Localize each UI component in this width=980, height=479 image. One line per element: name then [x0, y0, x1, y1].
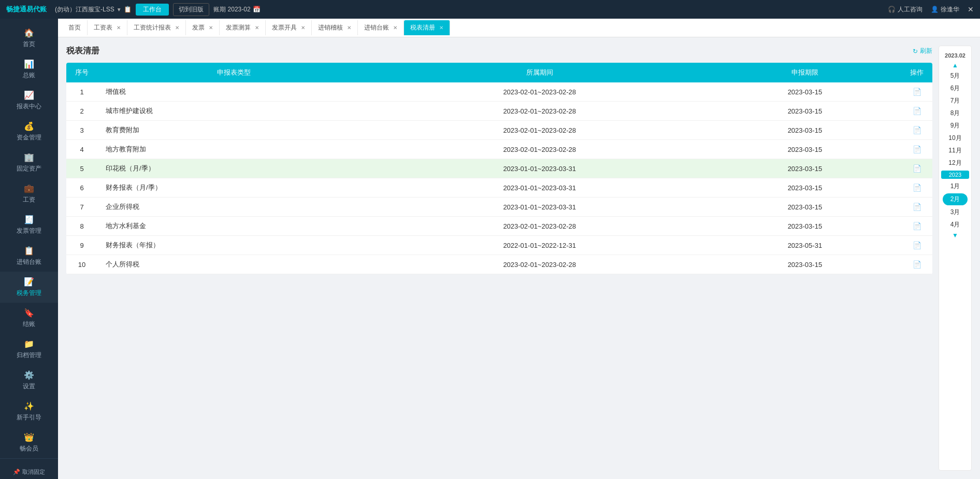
tab-close-payroll-report[interactable]: ✕ [175, 25, 179, 31]
cell-action[interactable]: 📄 [901, 198, 932, 217]
action-icon-row-6[interactable]: 📄 [913, 184, 921, 192]
workbench-button[interactable]: 工作台 [136, 4, 169, 16]
sidebar-label-report: 报表中心 [17, 102, 41, 111]
refresh-button[interactable]: ↻ 刷新 [913, 47, 932, 55]
copy-icon[interactable]: 📋 [124, 6, 132, 13]
sidebar-item-settlement[interactable]: 🔖 结账 [0, 303, 58, 334]
tab-label-invoice: 发票 [192, 23, 205, 32]
action-icon-row-7[interactable]: 📄 [913, 203, 921, 211]
tab-close-payroll[interactable]: ✕ [117, 25, 121, 31]
action-icon-row-5[interactable]: 📄 [913, 164, 921, 173]
settlement-icon: 🔖 [24, 308, 34, 318]
action-icon-row-10[interactable]: 📄 [913, 260, 921, 269]
username: 徐逢华 [941, 5, 959, 14]
month-item-3月[interactable]: 3月 [941, 206, 969, 218]
sidebar-label-fund: 资金管理 [17, 133, 41, 142]
company-selector[interactable]: (勿动）江西服宝-LSS ▼ 📋 [55, 5, 132, 14]
headset-icon: 🎧 [888, 6, 896, 13]
sidebar-item-invoice[interactable]: 🧾 发票管理 [0, 209, 58, 241]
cell-action[interactable]: 📄 [901, 236, 932, 255]
tab-invoice-open[interactable]: 发票开具✕ [266, 20, 312, 35]
month-item-10月[interactable]: 10月 [941, 132, 969, 144]
action-icon-row-9[interactable]: 📄 [913, 241, 921, 249]
unpin-button[interactable]: 📌 取消固定 [0, 464, 58, 479]
switch-old-button[interactable]: 切到旧版 [173, 3, 209, 16]
user-menu[interactable]: 👤 徐逢华 [931, 5, 959, 14]
tab-close-invoice-cal[interactable]: ✕ [255, 25, 259, 31]
tab-tax-register[interactable]: 税表清册✕ [404, 20, 450, 35]
year-month-panel: 2023.02 ▲ 5月6月7月8月9月10月11月12月20231月2月3月4… [939, 46, 972, 471]
sidebar-item-fund[interactable]: 💰 资金管理 [0, 116, 58, 147]
tab-payroll[interactable]: 工资表✕ [88, 20, 127, 35]
cell-action[interactable]: 📄 [901, 102, 932, 121]
cell-action[interactable]: 📄 [901, 217, 932, 236]
tab-close-invoice[interactable]: ✕ [209, 25, 213, 31]
cell-action[interactable]: 📄 [901, 140, 932, 159]
tab-invoice[interactable]: 发票✕ [186, 20, 220, 35]
cell-action[interactable]: 📄 [901, 82, 932, 102]
next-arrow[interactable]: ▼ [952, 231, 958, 240]
cell-deadline: 2023-03-15 [709, 198, 901, 217]
page-header: 税表清册 ↻ 刷新 [66, 46, 932, 57]
month-item-11月[interactable]: 11月 [941, 145, 969, 157]
month-item-7月[interactable]: 7月 [941, 95, 969, 107]
sidebar-item-purchase[interactable]: 📋 进销台账 [0, 241, 58, 272]
sidebar-item-home[interactable]: 🏠 首页 [0, 23, 58, 54]
month-item-8月[interactable]: 8月 [941, 107, 969, 119]
cell-deadline: 2023-03-15 [709, 217, 901, 236]
sidebar-item-archive[interactable]: 📁 归档管理 [0, 334, 58, 365]
tab-close-purchase-check[interactable]: ✕ [347, 25, 351, 31]
month-item-1月[interactable]: 1月 [941, 180, 969, 192]
tab-label-home: 首页 [68, 23, 81, 32]
sidebar-item-fixed[interactable]: 🏢 固定资产 [0, 147, 58, 178]
tab-purchase-check[interactable]: 进销稽核✕ [312, 20, 358, 35]
tab-purchase-ledger[interactable]: 进销台账✕ [358, 20, 404, 35]
sidebar-label-tax: 税务管理 [17, 289, 41, 298]
cell-period: 2022-01-01~2022-12-31 [371, 236, 709, 255]
month-item-6月[interactable]: 6月 [941, 82, 969, 94]
action-icon-row-8[interactable]: 📄 [913, 222, 921, 230]
window-close-button[interactable]: ✕ [968, 5, 974, 13]
sidebar-item-ledger[interactable]: 📊 总账 [0, 54, 58, 85]
cell-no: 7 [66, 198, 97, 217]
cell-action[interactable]: 📄 [901, 159, 932, 178]
cell-no: 10 [66, 255, 97, 274]
action-icon-row-2[interactable]: 📄 [913, 107, 921, 115]
cell-no: 4 [66, 140, 97, 159]
company-name: (勿动）江西服宝-LSS [55, 5, 114, 14]
cell-period: 2023-02-01~2023-02-28 [371, 217, 709, 236]
sidebar-item-guide[interactable]: ✨ 新手引导 [0, 396, 58, 427]
sidebar-item-tax[interactable]: 📝 税务管理 [0, 272, 58, 303]
action-icon-row-4[interactable]: 📄 [913, 145, 921, 153]
month-item-5月[interactable]: 5月 [941, 70, 969, 82]
cell-action[interactable]: 📄 [901, 255, 932, 274]
tab-home[interactable]: 首页 [62, 20, 88, 35]
sidebar-item-report[interactable]: 📈 报表中心 [0, 85, 58, 116]
month-item-12月[interactable]: 12月 [941, 157, 969, 169]
month-item-4月[interactable]: 4月 [941, 219, 969, 231]
sidebar-item-member[interactable]: 👑 畅会员 [0, 427, 58, 458]
action-icon-row-3[interactable]: 📄 [913, 126, 921, 134]
year-tag-2023[interactable]: 2023 [941, 171, 969, 179]
tab-close-tax-register[interactable]: ✕ [439, 25, 443, 31]
month-active-2月[interactable]: 2月 [943, 193, 968, 205]
sidebar-item-wage[interactable]: 💼 工资 [0, 178, 58, 209]
month-item-9月[interactable]: 9月 [941, 120, 969, 132]
sidebar-item-settings[interactable]: ⚙️ 设置 [0, 365, 58, 396]
cell-no: 8 [66, 217, 97, 236]
dropdown-icon[interactable]: ▼ [117, 7, 122, 12]
prev-arrow[interactable]: ▲ [952, 61, 958, 70]
tab-payroll-report[interactable]: 工资统计报表✕ [127, 20, 186, 35]
settings-icon: ⚙️ [24, 370, 34, 380]
cell-type: 增值税 [97, 82, 371, 102]
tab-invoice-cal[interactable]: 发票测算✕ [220, 20, 266, 35]
cell-action[interactable]: 📄 [901, 121, 932, 140]
guide-icon: ✨ [24, 401, 34, 411]
calendar-icon[interactable]: 📅 [253, 6, 261, 13]
tab-close-invoice-open[interactable]: ✕ [301, 25, 305, 31]
tab-label-tax-register: 税表清册 [410, 23, 435, 32]
ai-consult-button[interactable]: 🎧 人工咨询 [888, 5, 923, 14]
tab-close-purchase-ledger[interactable]: ✕ [393, 25, 397, 31]
action-icon-row-1[interactable]: 📄 [913, 88, 921, 96]
cell-action[interactable]: 📄 [901, 178, 932, 198]
